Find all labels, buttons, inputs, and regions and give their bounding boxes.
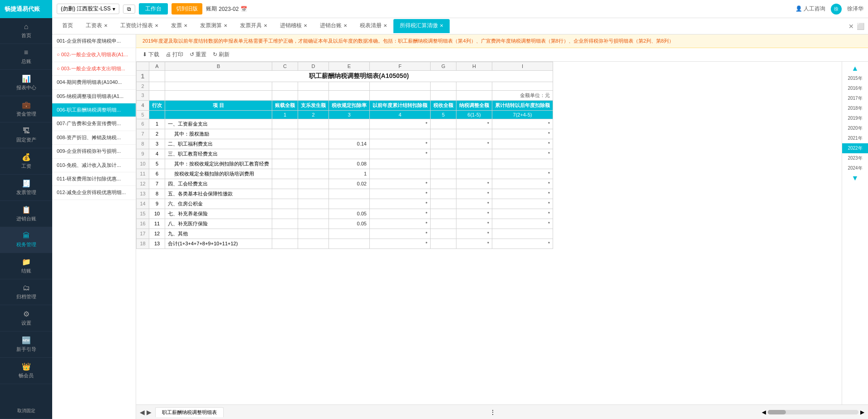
period-calendar-icon[interactable]: 📅: [240, 6, 247, 12]
subheader-e: 3: [329, 110, 370, 119]
tab-invoice-issue-close[interactable]: ✕: [264, 23, 267, 28]
tab-home[interactable]: 首页: [56, 19, 79, 33]
hscroll-left[interactable]: ◀: [762, 409, 766, 415]
bottom-sheet-tab[interactable]: 职工薪酬纳税调整明细表: [155, 407, 224, 417]
tab-check-close[interactable]: ✕: [304, 23, 307, 28]
list-item-001[interactable]: 001-企业所得税年度纳税申...: [52, 34, 136, 48]
sheet-nav-arrows[interactable]: ◀ ▶: [140, 409, 152, 416]
list-item-005[interactable]: 005-纳税调整项目明细表(A1...: [52, 90, 136, 103]
tab-tax-list[interactable]: 税表清册 ✕: [353, 19, 393, 33]
tab-invoice-calc-close[interactable]: ✕: [224, 23, 227, 28]
cancel-fixed-label: 取消固定: [17, 408, 35, 414]
bottom-bar: ◀ ▶ 职工薪酬纳税调整明细表 ⋮ ◀ ▶: [136, 404, 868, 419]
row-2: 2: [137, 82, 553, 90]
download-button[interactable]: ⬇ 下载: [142, 51, 159, 58]
list-item-004[interactable]: 004-期间费用明细表(A1040...: [52, 76, 136, 89]
tab-ledger-close[interactable]: ✕: [343, 23, 347, 28]
sidebar-item-salary[interactable]: 💰 工资: [0, 148, 52, 175]
tab-salary-stat[interactable]: 工资统计报表 ✕: [114, 19, 165, 33]
warning-text: 2019年度逻及取以前年度结转数据的申报表单元格需要手工维护正确，才能确证本年及…: [142, 38, 674, 44]
year-2021[interactable]: 2021年: [842, 133, 868, 143]
year-2016[interactable]: 2016年: [842, 83, 868, 93]
year-2022[interactable]: 2022年: [842, 143, 868, 153]
tab-ledger[interactable]: 进销台账 ✕: [314, 19, 353, 33]
tab-salary-stat-close[interactable]: ✕: [155, 23, 158, 28]
year-2015[interactable]: 2015年: [842, 73, 868, 83]
tab-invoice-issue[interactable]: 发票开具 ✕: [234, 19, 274, 33]
list-item-003[interactable]: 003-一般企业成本支出明细...: [52, 62, 136, 76]
refresh-button[interactable]: ↻ 刷新: [213, 51, 230, 58]
refresh-label: 刷新: [219, 51, 230, 58]
header-f: 以前年度累计结转扣除额: [370, 100, 431, 110]
tab-income-tax[interactable]: 所得税汇算清缴 ✕: [393, 19, 450, 33]
hscroll-controls: ◀ ▶: [762, 409, 864, 415]
sidebar-item-invoice[interactable]: 🧾 发票管理: [0, 175, 52, 201]
year-2019[interactable]: 2019年: [842, 113, 868, 123]
sidebar-item-ledger[interactable]: ≡ 总账: [0, 44, 52, 70]
tab-invoice-close[interactable]: ✕: [184, 23, 187, 28]
tab-salary[interactable]: 工资表 ✕: [79, 19, 114, 33]
subheader-g: 5: [431, 110, 456, 119]
table-row: 13 8 五、各类基本社会保障性缴款 * * *: [137, 189, 553, 199]
sidebar-item-member[interactable]: 👑 畅会员: [0, 358, 52, 384]
list-item-009[interactable]: 009-企业所得税弥补亏损明...: [52, 145, 136, 158]
list-item-012[interactable]: 012-减免企业所得税优惠明细...: [52, 186, 136, 200]
year-nav-up[interactable]: ▲: [851, 63, 860, 73]
sidebar-item-purchase[interactable]: 📋 进销台账: [0, 201, 52, 227]
copy-button[interactable]: ⧉: [123, 5, 135, 14]
sidebar-item-close[interactable]: 📁 结账: [0, 253, 52, 279]
table-row: 11 6 按税收规定全额扣除的职场培训费用 1 *: [137, 169, 553, 179]
assets-icon: 💼: [22, 101, 31, 109]
sidebar-item-assets[interactable]: 💼 资金管理: [0, 96, 52, 122]
year-2023[interactable]: 2023年: [842, 153, 868, 163]
hscroll-track[interactable]: [768, 410, 858, 414]
print-button[interactable]: 🖨 打印: [166, 51, 183, 58]
tab-income-tax-close[interactable]: ✕: [440, 23, 443, 28]
col-header-E: E: [329, 62, 370, 70]
list-item-002[interactable]: 002-一般企业收入明细表(A1...: [52, 48, 136, 62]
sidebar-item-tax[interactable]: 🏛 税务管理: [0, 227, 52, 253]
hscroll-thumb[interactable]: [768, 410, 786, 414]
sidebar-item-home[interactable]: ⌂ 首页: [0, 18, 52, 44]
list-item-008[interactable]: 008-资产折旧、摊销及纳税...: [52, 131, 136, 145]
sidebar-item-guide[interactable]: 🆕 新手引导: [0, 331, 52, 358]
list-item-006[interactable]: 006-职工薪酬纳税调整明细...: [52, 103, 136, 117]
sidebar-item-report[interactable]: 📊 报表中心: [0, 70, 52, 96]
hscroll-right[interactable]: ▶: [860, 409, 864, 415]
tab-invoice-calc[interactable]: 发票测算 ✕: [194, 19, 234, 33]
year-2018[interactable]: 2018年: [842, 103, 868, 113]
sidebar-label-close: 结账: [21, 268, 31, 274]
header-i: 累计结转以后年度扣除额: [492, 100, 553, 110]
list-item-007[interactable]: 007-广告费和业务宣传费明...: [52, 117, 136, 131]
list-item-011[interactable]: 011-研发费用加计扣除优惠...: [52, 172, 136, 186]
tab-invoice-label: 发票: [171, 22, 182, 29]
reset-button[interactable]: ↺ 重置: [190, 51, 206, 58]
year-2024[interactable]: 2024年: [842, 163, 868, 173]
table-row: 15 10 七、补充养老保险 0.05 * * *: [137, 209, 553, 219]
maximize-tab-button[interactable]: ⬜: [857, 23, 864, 30]
table-row: 9 4 三、职工教育经费支出 * *: [137, 149, 553, 159]
report-icon: 📊: [22, 74, 31, 83]
list-item-010[interactable]: 010-免税、减计收入及加计...: [52, 159, 136, 172]
tab-check[interactable]: 进销稽核 ✕: [274, 19, 314, 33]
company-selector[interactable]: (勿删) 江西股宝-LSS ▾: [57, 4, 119, 14]
year-2020[interactable]: 2020年: [842, 123, 868, 133]
tab-salary-close[interactable]: ✕: [104, 23, 108, 28]
sidebar-item-archive[interactable]: 🗂 归档管理: [0, 279, 52, 305]
year-2017[interactable]: 2017年: [842, 93, 868, 103]
tab-tax-list-close[interactable]: ✕: [383, 23, 387, 28]
guide-icon: 🆕: [22, 336, 31, 345]
cancel-fixed-button[interactable]: 取消固定: [0, 403, 52, 419]
tab-invoice[interactable]: 发票 ✕: [165, 19, 194, 33]
year-nav-down[interactable]: ▼: [851, 173, 860, 183]
header-e: 税收规定扣除率: [329, 100, 370, 110]
close-tab-button[interactable]: ✕: [848, 23, 854, 30]
sheet-options-icon[interactable]: ⋮: [490, 409, 496, 416]
sidebar-item-fixed[interactable]: 🏗 固定资产: [0, 122, 52, 148]
workbench-button[interactable]: 工作台: [139, 3, 168, 15]
service-link[interactable]: 👤 人工咨询: [795, 5, 825, 13]
switch-version-button[interactable]: 切到旧版: [172, 3, 202, 15]
period-value: 2023-02: [219, 6, 239, 12]
settings-icon: ⚙: [23, 310, 29, 318]
sidebar-item-settings[interactable]: ⚙ 设置: [0, 305, 52, 331]
